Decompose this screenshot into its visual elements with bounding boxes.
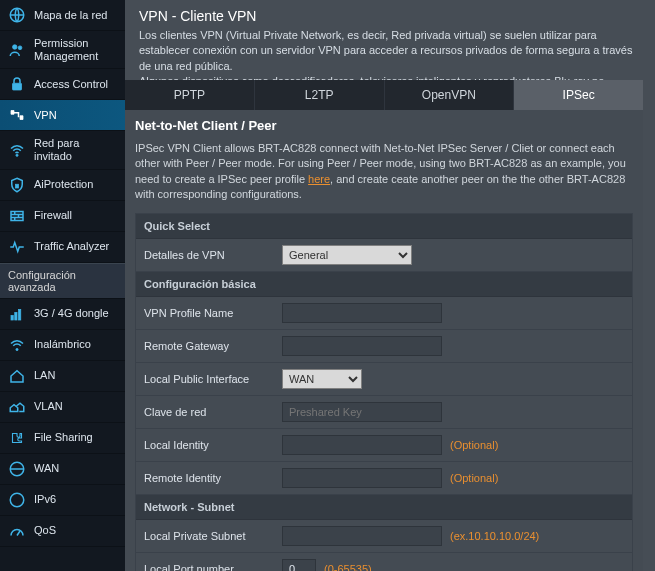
remote-gateway-label: Remote Gateway	[144, 340, 274, 352]
sidebar-item-traffic-analyzer[interactable]: Traffic Analyzer	[0, 232, 125, 263]
panel-title: Net-to-Net Client / Peer	[125, 110, 643, 141]
remote-identity-input[interactable]	[282, 468, 442, 488]
config-form: Quick Select Detalles de VPN General Con…	[135, 213, 633, 571]
local-public-interface-select[interactable]: WAN	[282, 369, 362, 389]
sidebar-item-firewall[interactable]: Firewall	[0, 201, 125, 232]
sidebar-item-vpn[interactable]: VPN	[0, 100, 125, 131]
sidebar-item-ipv6[interactable]: IPv6	[0, 485, 125, 516]
sidebar-item-label: Mapa de la red	[34, 9, 107, 22]
sidebar-item-label: VLAN	[34, 400, 63, 413]
sidebar-item-wireless[interactable]: Inalámbrico	[0, 330, 125, 361]
sidebar-item-vlan[interactable]: VLAN	[0, 392, 125, 423]
svg-point-2	[18, 46, 22, 50]
wifi-icon	[8, 141, 26, 159]
svg-point-1	[13, 44, 18, 49]
page-title: VPN - Cliente VPN	[125, 0, 655, 28]
sidebar-item-label: Permission Management	[34, 37, 117, 62]
protocol-tabs: PPTP L2TP OpenVPN IPSec	[125, 80, 643, 110]
sidebar-item-label: Red para invitado	[34, 137, 117, 162]
pulse-icon	[8, 238, 26, 256]
vpn-details-label: Detalles de VPN	[144, 249, 274, 261]
sidebar-section-advanced: Configuración avanzada	[0, 263, 125, 299]
preshared-key-label: Clave de red	[144, 406, 274, 418]
svg-point-10	[16, 348, 18, 350]
vpn-details-select[interactable]: General	[282, 245, 412, 265]
shield-icon	[8, 176, 26, 194]
sidebar-item-lan[interactable]: LAN	[0, 361, 125, 392]
svg-rect-3	[13, 84, 22, 91]
sidebar-item-permission[interactable]: Permission Management	[0, 31, 125, 69]
section-network-subnet: Network - Subnet	[136, 495, 632, 520]
lock-icon	[8, 75, 26, 93]
sidebar-item-network-map[interactable]: Mapa de la red	[0, 0, 125, 31]
remote-gateway-input[interactable]	[282, 336, 442, 356]
signal-icon	[8, 305, 26, 323]
here-link[interactable]: here	[308, 173, 330, 185]
sidebar-item-label: 3G / 4G dongle	[34, 307, 109, 320]
sidebar-item-label: Traffic Analyzer	[34, 240, 109, 253]
intro-text-1: Los clientes VPN (Virtual Private Networ…	[125, 28, 655, 74]
svg-rect-7	[11, 315, 13, 320]
sidebar-item-3g4g[interactable]: 3G / 4G dongle	[0, 299, 125, 330]
vpn-config-panel: PPTP L2TP OpenVPN IPSec Net-to-Net Clien…	[125, 80, 643, 571]
remote-identity-label: Remote Identity	[144, 472, 274, 484]
sidebar-item-label: File Sharing	[34, 431, 93, 444]
svg-point-4	[16, 154, 18, 156]
profile-name-input[interactable]	[282, 303, 442, 323]
homes-icon	[8, 398, 26, 416]
sidebar-item-label: Access Control	[34, 78, 108, 91]
optional-hint: (Optional)	[450, 472, 498, 484]
sidebar-item-label: WAN	[34, 462, 59, 475]
sidebar-item-access-control[interactable]: Access Control	[0, 69, 125, 100]
section-basic-config: Configuración básica	[136, 272, 632, 297]
sidebar-item-label: Firewall	[34, 209, 72, 222]
profile-name-label: VPN Profile Name	[144, 307, 274, 319]
example-hint: (ex.10.10.10.0/24)	[450, 530, 539, 542]
sidebar-item-label: IPv6	[34, 493, 56, 506]
sidebar-item-label: LAN	[34, 369, 55, 382]
local-private-subnet-input[interactable]	[282, 526, 442, 546]
sidebar-item-label: VPN	[34, 109, 57, 122]
section-quick-select: Quick Select	[136, 214, 632, 239]
tab-l2tp[interactable]: L2TP	[255, 80, 385, 110]
preshared-key-input[interactable]	[282, 402, 442, 422]
svg-rect-5	[16, 184, 19, 188]
local-port-label: Local Port number	[144, 563, 274, 571]
sidebar-item-label: QoS	[34, 524, 56, 537]
svg-rect-6	[11, 211, 23, 220]
svg-rect-9	[19, 309, 21, 320]
tab-pptp[interactable]: PPTP	[125, 80, 255, 110]
sidebar-item-label: Inalámbrico	[34, 338, 91, 351]
sidebar-item-file-sharing[interactable]: File Sharing	[0, 423, 125, 454]
panel-description: IPSec VPN Client allows BRT-AC828 connec…	[125, 141, 643, 209]
local-port-input[interactable]	[282, 559, 316, 571]
sidebar-item-aiprotection[interactable]: AiProtection	[0, 170, 125, 201]
local-identity-input[interactable]	[282, 435, 442, 455]
range-hint: (0-65535)	[324, 563, 372, 571]
sidebar: Mapa de la red Permission Management Acc…	[0, 0, 125, 571]
sidebar-item-guest-network[interactable]: Red para invitado	[0, 131, 125, 169]
users-icon	[8, 41, 26, 59]
firewall-icon	[8, 207, 26, 225]
local-public-interface-label: Local Public Interface	[144, 373, 274, 385]
sidebar-item-qos[interactable]: QoS	[0, 516, 125, 547]
content-area: VPN - Cliente VPN Los clientes VPN (Virt…	[125, 0, 655, 571]
puzzle-icon	[8, 429, 26, 447]
wifi-icon	[8, 336, 26, 354]
vpn-icon	[8, 106, 26, 124]
local-private-subnet-label: Local Private Subnet	[144, 530, 274, 542]
gauge-icon	[8, 522, 26, 540]
local-identity-label: Local Identity	[144, 439, 274, 451]
globe-icon	[8, 460, 26, 478]
globe-icon	[8, 491, 26, 509]
sidebar-item-label: AiProtection	[34, 178, 93, 191]
svg-rect-8	[15, 312, 17, 320]
home-icon	[8, 367, 26, 385]
globe-icon	[8, 6, 26, 24]
tab-ipsec[interactable]: IPSec	[514, 80, 643, 110]
sidebar-item-wan[interactable]: WAN	[0, 454, 125, 485]
tab-openvpn[interactable]: OpenVPN	[385, 80, 515, 110]
optional-hint: (Optional)	[450, 439, 498, 451]
svg-point-12	[10, 493, 24, 507]
